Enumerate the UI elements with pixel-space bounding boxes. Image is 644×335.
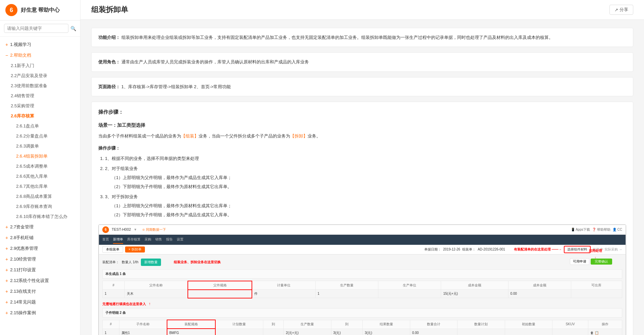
share-icon: ↗ [614,7,618,12]
sidebar-item-faq[interactable]: + 2.14常见问题 [0,297,80,308]
sidebar-item-label: 2.6.7其他出库单 [16,184,48,189]
mock-window: 6 TEST-H002 ▼ ⊙ 同期数据一下 📱 Apps下载 ❓ 帮助帮助 👤… [99,225,626,335]
sidebar-item-mobile[interactable]: + 2.8手机旺铺 [0,232,80,243]
mock-enable-button[interactable]: 可用申请 [570,258,589,265]
mock-upper-header: 本生成品 1 条 [102,269,622,279]
sidebar-item-costadj[interactable]: 2.6.5成本调整单 [0,161,80,171]
sidebar-item-install[interactable]: 2.2产品安装及登录 [0,71,80,81]
step2: 2、对于组装业务 （1）上部明细为父件明细，最终作为产成品生成其它入库单； （2… [105,165,626,191]
sidebar-item-costrecalc[interactable]: 2.6.8商品成本重算 [0,191,80,202]
sidebar-item-system[interactable]: + 2.12系统个性化设置 [0,275,80,286]
mock-icon-apps: 📱 Apps下载 [571,227,590,233]
table-row: 1 属性1 BMFG 2(元+元) 3(元) 3(元) 0.00 [103,329,622,335]
step3: 3、对于拆卸业务 （1）上部明细为父件明细，最终作为原材料生成其它出库单； （2… [105,193,626,219]
mock-sub-th-result: 结果数量 [363,320,410,329]
mock-nav-inv[interactable]: 库存核算 [127,236,141,244]
sidebar-item-purchase[interactable]: 2.5采购管理 [0,101,80,111]
sidebar-item-cases[interactable]: + 2.15操作案例 [0,308,80,318]
mock-select-btn[interactable]: 选择组件材料 [564,246,591,253]
mock-th-unit: 计量单位 [252,281,315,290]
step2a: （1）上部明细为父件明细，最终作为产成品生成其它入库单； [112,174,626,181]
step3a: （1）上部明细为父件明细，最终作为原材料生成其它出库单； [112,202,626,210]
mock-td-cost2: 0.00 [508,290,571,298]
mock-td-unit2 [378,290,441,298]
mock-td-unit: 件 [252,290,315,298]
plus-icon: + [5,299,8,305]
mock-icons: 📱 Apps下载 ❓ 帮助帮助 👤 CC [571,227,622,233]
sidebar-item-otherinbound[interactable]: 2.6.6其他入库单 [0,171,80,181]
mock-upper-table: # 父件名称 父件规格 计量单位 生产数量 生产单位 成本金额 成本金额 可出库 [102,281,622,298]
mock-sub-th-plan: 计划数量 [215,320,263,329]
share-label: 分享 [620,7,628,13]
mock-th-unit2: 生产单位 [378,281,441,290]
mock-th-avail: 可出库 [571,281,622,290]
mock-tab-disassembly[interactable]: × 拆卸单 [125,246,145,253]
step2b: （2）下部明细为子件明细，最终作为原材料生成其它出库单。 [112,183,626,190]
search-icon[interactable]: 🔍 [70,26,76,31]
mock-sub-th-num: # [103,320,119,329]
sidebar-item-label: 2.4销售管理 [11,93,34,98]
screenshot-container: 6 TEST-H002 ▼ ⊙ 同期数据一下 📱 Apps下载 ❓ 帮助帮助 👤… [98,224,626,335]
mock-order-label: 组装单： [462,246,476,253]
mock-tab-assembly[interactable]: 本组装单 [102,246,123,253]
scenario1-title: 场景一：加工类型选择 [98,121,626,129]
mock-arrow5: ↑ [149,300,151,308]
sidebar-item-label: 2.3使用前数据准备 [11,83,47,88]
mock-nav: 首页 新增单 库存核算 采购 销售 报告 设置 [99,235,626,245]
sidebar-item-prepare[interactable]: 2.3使用前数据准备 [0,81,80,91]
sidebar-item-label: 2.2产品安装及登录 [11,73,47,78]
mock-nav-settings[interactable]: 设置 [177,236,183,244]
mock-th-num: # [103,281,125,290]
mock-sub-th-sku: SKUV [552,320,588,329]
sidebar-item-label: 2.6.3调拨单 [16,144,39,149]
mock-nav-report[interactable]: 报告 [166,236,173,244]
mock-sub-th-prod: 生产数量 [284,320,331,329]
sidebar-item-video[interactable]: + 1.视频学习 [0,39,80,50]
sidebar-item-newcomer[interactable]: 2.1新手入门 [0,61,80,71]
path-block: 页面路径： 1、库存核算->库存管理->组装拆卸单 2、首页->常用功能 [91,77,633,96]
sidebar-item-adjust[interactable]: 2.6.3调拨单 [0,141,80,151]
mock-upper-label: 本生成品 1 条 [105,271,126,277]
search-input[interactable] [4,24,68,33]
sidebar-item-label: 2.14常见问题 [10,299,36,305]
sidebar-item-label: 2.13在线支付 [10,288,36,294]
content-area: 功能介绍： 组装拆卸单用来处理企业组装或拆卸等加工业务，支持有固定装配清单的产品… [80,20,644,335]
sidebar-item-assembly[interactable]: 2.6.4组装拆卸单 [0,151,80,161]
sidebar-item-sales[interactable]: 2.4销售管理 [0,91,80,101]
sidebar-item-print[interactable]: + 2.11打印设置 [0,265,80,275]
mock-sub-th-to2: 到 [331,320,363,329]
sidebar-item-invquery[interactable]: 2.6.9库存账本查询 [0,202,80,212]
sidebar-item-inventory[interactable]: 2.6库存核算 [0,111,80,121]
mock-confirm-button[interactable]: 完整确认 [591,259,612,265]
sidebar-item-label: 2.15操作案例 [10,310,36,316]
plus-icon: + [5,289,8,294]
mock-icon-help: ❓ 帮助帮助 [592,227,610,233]
sidebar-item-operations[interactable]: + 2.10经营管理 [0,254,80,265]
mock-order-value: AD-20191226-001 [478,246,505,253]
sidebar-item-docs[interactable]: − 2.帮助文档 [0,50,80,61]
plus-icon: + [5,310,8,316]
mock-nav-purchase[interactable]: 采购 [145,236,151,244]
sidebar-item-finance[interactable]: + 2.7资金管理 [0,222,80,232]
steps-label: 操作步骤： [98,144,626,152]
plus-icon: + [5,235,8,240]
mock-type-switch[interactable]: 新增数量 [141,259,161,266]
sidebar-item-otheroutbound[interactable]: 2.6.7其他出库单 [0,181,80,191]
sidebar-item-label: 2.11打印设置 [10,267,36,273]
sidebar-item-stocktake[interactable]: 2.6.1盘点单 [0,121,80,131]
mock-nav-new[interactable]: 新增单 [113,236,123,244]
sidebar-item-payment[interactable]: + 2.13在线支付 [0,286,80,297]
sidebar-item-invfix[interactable]: 2.6.10库存账本错了怎么办 [0,212,80,222]
mock-nav-home[interactable]: 首页 [102,236,109,244]
sidebar-item-label: 2.6.4组装拆卸单 [16,154,48,159]
sidebar-item-label: 2.7资金管理 [10,224,34,230]
share-button[interactable]: ↗ 分享 [609,5,633,15]
operations-block: 操作步骤： 场景一：加工类型选择 当由多个子件材料组装成一个成品的业务为【组装】… [91,102,633,335]
plus-icon: + [5,224,8,230]
mock-td-avail [571,290,622,298]
mock-th-parent-spec: 父件规格 [188,281,252,290]
plus-icon: + [5,246,8,251]
mock-nav-sales[interactable]: 销售 [155,236,162,244]
sidebar-item-coupon[interactable]: + 2.9优惠券管理 [0,243,80,254]
sidebar-item-portion[interactable]: 2.6.2分量盘点单 [0,131,80,141]
